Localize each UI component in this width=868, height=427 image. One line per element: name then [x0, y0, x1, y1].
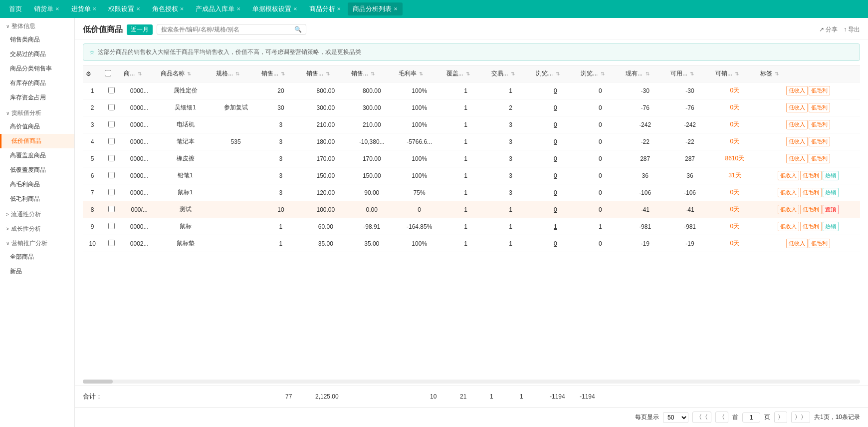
sidebar-item-全部商品[interactable]: 全部商品 [0, 250, 74, 264]
row-checkbox[interactable] [102, 133, 121, 150]
row-select-checkbox[interactable] [108, 87, 115, 93]
sidebar-item-高价值商品[interactable]: 高价值商品 [0, 119, 74, 134]
prev-page-button[interactable]: 〈 [715, 412, 728, 423]
column-header-trade[interactable]: 交易... ⇅ [488, 65, 533, 82]
close-icon[interactable]: × [394, 5, 398, 12]
column-header-gross_margin[interactable]: 毛利率 ⇅ [396, 65, 443, 82]
browse-count[interactable]: 1 [533, 218, 578, 235]
sort-icon[interactable]: ⇅ [187, 71, 191, 76]
column-header-name[interactable]: 商品名称 ⇅ [158, 65, 213, 82]
page-number-input[interactable] [742, 413, 760, 423]
time-filter-badge[interactable]: 近一月 [127, 24, 153, 35]
row-checkbox[interactable] [102, 150, 121, 167]
sidebar-group-流通性分析[interactable]: >流通性分析 [0, 206, 74, 221]
sort-icon[interactable]: ⇅ [371, 71, 375, 76]
browse-count[interactable]: 0 [533, 167, 578, 184]
browse-count-link[interactable]: 0 [554, 172, 557, 179]
row-checkbox[interactable] [102, 99, 121, 116]
search-box[interactable]: 🔍 [157, 24, 306, 35]
sidebar-item-低覆盖度商品[interactable]: 低覆盖度商品 [0, 163, 74, 177]
row-checkbox[interactable] [102, 218, 121, 235]
sidebar-item-交易过的商品[interactable]: 交易过的商品 [0, 47, 74, 61]
row-checkbox[interactable] [102, 82, 121, 99]
column-header-sale_qty[interactable]: 销售... ⇅ [258, 65, 303, 82]
table-area[interactable]: ⚙商... ⇅商品名称 ⇅规格... ⇅销售... ⇅销售... ⇅销售... … [75, 65, 868, 380]
sidebar-item-有库存的商品[interactable]: 有库存的商品 [0, 76, 74, 90]
sidebar-item-商品分类销售率[interactable]: 商品分类销售率 [0, 61, 74, 76]
close-icon[interactable]: × [293, 5, 297, 12]
per-page-select[interactable]: 50 20 100 [663, 412, 688, 423]
sidebar-item-销售类商品[interactable]: 销售类商品 [0, 32, 74, 47]
close-icon[interactable]: × [180, 5, 184, 12]
browse-count[interactable]: 0 [533, 150, 578, 167]
share-button[interactable]: ↗ 分享 [819, 25, 838, 34]
row-checkbox[interactable] [102, 167, 121, 184]
browse-count[interactable]: 0 [533, 201, 578, 218]
nav-item-首页[interactable]: 首页 [4, 2, 27, 15]
browse-count-link[interactable]: 0 [554, 189, 557, 196]
row-select-checkbox[interactable] [108, 240, 115, 246]
sort-icon[interactable]: ⇅ [466, 71, 470, 76]
browse-count[interactable]: 0 [533, 99, 578, 116]
close-icon[interactable]: × [136, 5, 140, 12]
nav-item-销货单[interactable]: 销货单× [29, 2, 64, 15]
row-select-checkbox[interactable] [108, 121, 115, 127]
sort-icon[interactable]: ⇅ [556, 71, 560, 76]
sort-icon[interactable]: ⇅ [511, 71, 515, 76]
search-input[interactable] [161, 26, 292, 33]
column-header-browse1[interactable]: 浏览... ⇅ [533, 65, 578, 82]
nav-item-商品分析列表[interactable]: 商品分析列表× [348, 2, 403, 15]
browse-count-link[interactable]: 0 [554, 206, 557, 213]
horizontal-scrollbar[interactable] [83, 380, 860, 384]
sort-icon[interactable]: ⇅ [735, 71, 739, 76]
sidebar-item-高毛利商品[interactable]: 高毛利商品 [0, 177, 74, 192]
nav-item-权限设置[interactable]: 权限设置× [103, 2, 145, 15]
sidebar-item-新品[interactable]: 新品 [0, 264, 74, 279]
browse-count-link[interactable]: 0 [554, 138, 557, 145]
sidebar-item-库存资金占用[interactable]: 库存资金占用 [0, 90, 74, 105]
last-page-button[interactable]: 〉〉 [791, 412, 810, 423]
browse-count[interactable]: 0 [533, 235, 578, 252]
sort-icon[interactable]: ⇅ [775, 71, 779, 76]
row-select-checkbox[interactable] [108, 206, 115, 212]
row-checkbox[interactable] [102, 184, 121, 201]
browse-count-link[interactable]: 0 [554, 155, 557, 162]
sort-icon[interactable]: ⇅ [690, 71, 694, 76]
close-icon[interactable]: × [93, 5, 97, 12]
column-header-saleable[interactable]: 可销... ⇅ [712, 65, 757, 82]
close-icon[interactable]: × [337, 5, 341, 12]
nav-item-进货单[interactable]: 进货单× [66, 2, 102, 15]
column-header-sale_price[interactable]: 销售... ⇅ [303, 65, 348, 82]
column-header-available_stock[interactable]: 可用... ⇅ [667, 65, 712, 82]
sort-icon[interactable]: ⇅ [601, 71, 605, 76]
sort-icon[interactable]: ⇅ [326, 71, 330, 76]
column-header-browse2[interactable]: 浏览... ⇅ [578, 65, 623, 82]
column-header-coverage[interactable]: 覆盖... ⇅ [443, 65, 488, 82]
row-select-checkbox[interactable] [108, 189, 115, 195]
column-header-current_stock[interactable]: 现有... ⇅ [623, 65, 667, 82]
row-select-checkbox[interactable] [108, 155, 115, 161]
sidebar-item-低毛利商品[interactable]: 低毛利商品 [0, 192, 74, 206]
browse-count[interactable]: 0 [533, 133, 578, 150]
sort-icon[interactable]: ⇅ [419, 71, 423, 76]
column-header-code[interactable]: 商... ⇅ [121, 65, 158, 82]
scrollbar-thumb[interactable] [83, 380, 113, 384]
sidebar-group-贡献值分析[interactable]: ∨贡献值分析 [0, 105, 74, 119]
row-select-checkbox[interactable] [108, 104, 115, 110]
column-header-spec[interactable]: 规格... ⇅ [213, 65, 258, 82]
row-select-checkbox[interactable] [108, 138, 115, 144]
browse-count[interactable]: 0 [533, 116, 578, 133]
next-page-button[interactable]: 〉 [774, 412, 787, 423]
browse-count-link[interactable]: 0 [554, 87, 557, 94]
sidebar-item-高覆盖度商品[interactable]: 高覆盖度商品 [0, 148, 74, 163]
first-page-button[interactable]: 〈〈 [692, 412, 711, 423]
export-button[interactable]: ↑ 导出 [844, 25, 860, 34]
settings-icon[interactable]: ⚙ [86, 70, 91, 77]
sidebar-item-低价值商品[interactable]: 低价值商品 [0, 134, 74, 148]
browse-count-link[interactable]: 1 [554, 223, 557, 230]
browse-count-link[interactable]: 0 [554, 121, 557, 128]
browse-count-link[interactable]: 0 [554, 240, 557, 247]
row-checkbox[interactable] [102, 201, 121, 218]
sort-icon[interactable]: ⇅ [138, 71, 142, 76]
nav-item-单据模板设置[interactable]: 单据模板设置× [247, 2, 302, 15]
